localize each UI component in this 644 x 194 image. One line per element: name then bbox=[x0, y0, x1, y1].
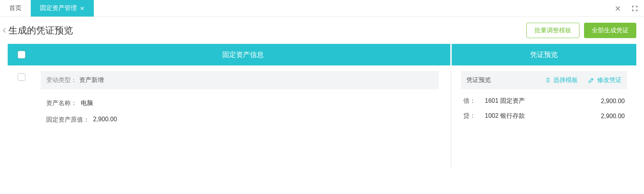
generate-all-vouchers-button[interactable]: 全部生成凭证 bbox=[584, 23, 636, 38]
tab-assets-label: 固定资产管理 bbox=[40, 4, 77, 12]
select-all-checkbox[interactable] bbox=[18, 51, 25, 59]
list-icon bbox=[544, 77, 551, 84]
orig-value-label: 固定资产原值： bbox=[46, 116, 89, 124]
voucher-line: 借： 1601 固定资产 2,900.00 bbox=[463, 97, 625, 105]
voucher-line-dir: 贷： bbox=[463, 112, 485, 120]
asset-name-line: 资产名称： 电脑 bbox=[46, 99, 433, 107]
orig-value-value: 2,900.00 bbox=[93, 116, 117, 124]
tab-home-label: 首页 bbox=[9, 4, 22, 12]
th-asset-info: 固定资产信息 bbox=[35, 44, 452, 65]
voucher-top-bar: 凭证预览 选择模板 修改凭证 bbox=[461, 71, 627, 89]
asset-info-cell: 变动类型： 资产新增 资产名称： 电脑 固定资产原值： 2,900.00 bbox=[35, 71, 452, 167]
table-body: 变动类型： 资产新增 资产名称： 电脑 固定资产原值： 2,900.00 凭 bbox=[8, 65, 636, 167]
row-checkbox[interactable] bbox=[18, 73, 25, 81]
table-head: 固定资产信息 凭证预览 bbox=[8, 44, 636, 65]
voucher-line-amount: 2,900.00 bbox=[582, 98, 625, 105]
table-row: 变动类型： 资产新增 资产名称： 电脑 固定资产原值： 2,900.00 凭 bbox=[8, 65, 636, 167]
tab-assets[interactable]: 固定资产管理 ✕ bbox=[31, 0, 94, 17]
close-window-button[interactable] bbox=[612, 2, 624, 15]
asset-details: 资产名称： 电脑 固定资产原值： 2,900.00 bbox=[41, 89, 439, 136]
tab-home[interactable]: 首页 bbox=[0, 0, 31, 17]
tab-bar-actions bbox=[612, 0, 641, 17]
change-type-label: 变动类型： bbox=[46, 76, 77, 84]
voucher-line-amount: 2,900.00 bbox=[582, 113, 625, 120]
select-template-label: 选择模板 bbox=[553, 76, 578, 84]
close-icon[interactable]: ✕ bbox=[80, 6, 85, 11]
select-template-link[interactable]: 选择模板 bbox=[544, 76, 578, 84]
voucher-line-account: 1002 银行存款 bbox=[485, 112, 582, 120]
edit-icon bbox=[588, 77, 595, 84]
asset-orig-value-line: 固定资产原值： 2,900.00 bbox=[46, 116, 433, 124]
voucher-preview-cell: 凭证预览 选择模板 修改凭证 借： 1601 固定资产 2,900.00 bbox=[452, 71, 636, 167]
voucher-line-account: 1601 固定资产 bbox=[485, 97, 582, 105]
page-title: 生成的凭证预览 bbox=[8, 24, 73, 37]
asset-change-type-bar: 变动类型： 资产新增 bbox=[41, 71, 439, 89]
page-header: 生成的凭证预览 批量调整模板 全部生成凭证 bbox=[0, 17, 644, 44]
asset-name-label: 资产名称： bbox=[46, 99, 77, 107]
th-voucher-preview: 凭证预览 bbox=[452, 50, 636, 59]
voucher-lines: 借： 1601 固定资产 2,900.00 贷： 1002 银行存款 2,900… bbox=[461, 89, 627, 120]
fullscreen-button[interactable] bbox=[629, 2, 641, 15]
edit-voucher-label: 修改凭证 bbox=[597, 76, 622, 84]
back-chevron-icon[interactable] bbox=[0, 27, 8, 33]
change-type-value: 资产新增 bbox=[79, 76, 104, 84]
edit-voucher-link[interactable]: 修改凭证 bbox=[588, 76, 622, 84]
row-checkbox-cell bbox=[8, 71, 35, 81]
voucher-line: 贷： 1002 银行存款 2,900.00 bbox=[463, 112, 625, 120]
tab-bar: 首页 固定资产管理 ✕ bbox=[0, 0, 644, 17]
voucher-line-dir: 借： bbox=[463, 97, 485, 105]
voucher-preview-title: 凭证预览 bbox=[466, 76, 534, 84]
th-checkbox bbox=[8, 51, 35, 59]
batch-adjust-template-button[interactable]: 批量调整模板 bbox=[526, 23, 579, 38]
asset-name-value: 电脑 bbox=[81, 99, 93, 107]
content: 固定资产信息 凭证预览 变动类型： 资产新增 资产名称： 电脑 固定资产原值 bbox=[0, 44, 644, 175]
